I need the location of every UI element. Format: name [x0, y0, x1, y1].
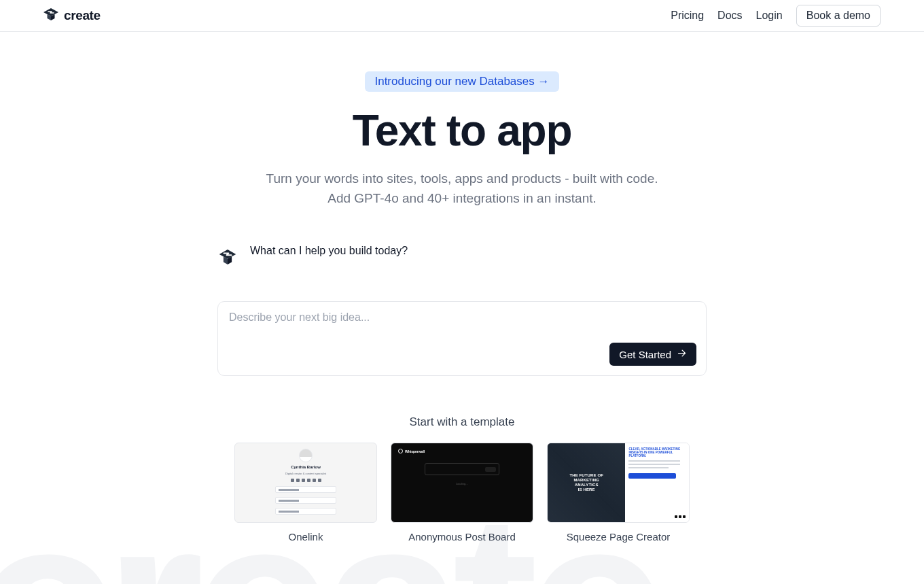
- main-content: Introducing our new Databases → Text to …: [0, 32, 924, 543]
- announcement-text: Introducing our new Databases →: [374, 75, 549, 88]
- logo-icon: [43, 8, 58, 23]
- assistant-prompt-text: What can I help you build today?: [250, 245, 408, 257]
- announcement-pill[interactable]: Introducing our new Databases →: [365, 71, 558, 92]
- hero-sub-line1: Turn your words into sites, tools, apps …: [266, 169, 658, 189]
- nav-links: Pricing Docs Login Book a demo: [671, 5, 881, 27]
- template-card-anonymous-post-board[interactable]: Whisperwall Loading… Anonymous Post Boar…: [391, 443, 533, 543]
- template-card-squeeze-page-creator[interactable]: THE FUTURE OFMARKETINGANALYTICSIS HERE C…: [547, 443, 690, 543]
- template-label: Anonymous Post Board: [391, 531, 533, 543]
- nav-link-pricing[interactable]: Pricing: [671, 10, 704, 22]
- template-label: Squeeze Page Creator: [547, 531, 690, 543]
- template-thumb: Cynthia Barlow Digital creator & content…: [234, 443, 377, 523]
- brand-name: create: [64, 8, 101, 23]
- get-started-button[interactable]: Get Started: [609, 343, 696, 366]
- templates-heading: Start with a template: [410, 415, 515, 429]
- template-label: Onelink: [234, 531, 377, 543]
- nav-link-docs[interactable]: Docs: [717, 10, 742, 22]
- get-started-label: Get Started: [619, 349, 671, 360]
- templates-row: Cynthia Barlow Digital creator & content…: [234, 443, 690, 543]
- top-nav: create Pricing Docs Login Book a demo: [0, 0, 924, 32]
- template-thumb: THE FUTURE OFMARKETINGANALYTICSIS HERE C…: [547, 443, 690, 523]
- assistant-logo-icon: [217, 247, 238, 267]
- hero-sub-line2: Add GPT-4o and 40+ integrations in an in…: [266, 189, 658, 209]
- prompt-box: Get Started: [217, 301, 707, 376]
- template-card-onelink[interactable]: Cynthia Barlow Digital creator & content…: [234, 443, 377, 543]
- nav-link-login[interactable]: Login: [756, 10, 783, 22]
- idea-input[interactable]: [229, 311, 696, 330]
- template-thumb: Whisperwall Loading…: [391, 443, 533, 523]
- hero-subtext: Turn your words into sites, tools, apps …: [266, 169, 658, 208]
- brand-logo[interactable]: create: [43, 8, 101, 23]
- assistant-intro: What can I help you build today?: [217, 245, 707, 267]
- prompt-actions: Get Started: [229, 343, 696, 366]
- arrow-right-icon: [677, 348, 687, 360]
- hero-headline: Text to app: [353, 105, 572, 156]
- book-demo-button[interactable]: Book a demo: [796, 5, 881, 27]
